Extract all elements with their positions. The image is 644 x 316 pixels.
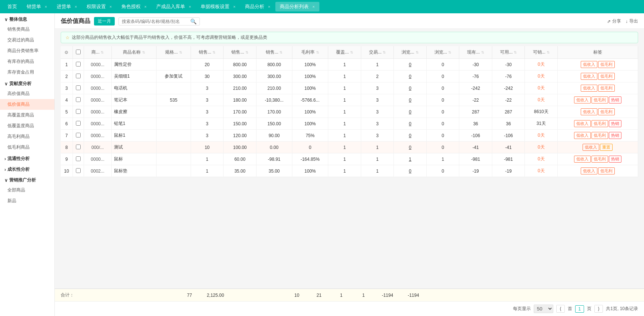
sidebar-item-category-rate[interactable]: 商品分类销售率 <box>0 45 54 56</box>
row-checkbox[interactable] <box>76 133 81 137</box>
row-browse1[interactable]: 0 <box>394 59 427 71</box>
row-browse1[interactable]: 0 <box>394 71 427 82</box>
row-cover: 1 <box>328 142 361 153</box>
nav-purchase-close[interactable]: × <box>75 4 77 9</box>
browse-link[interactable]: 0 <box>409 74 412 79</box>
row-browse1[interactable]: 0 <box>394 94 427 106</box>
row-browse1[interactable]: 0 <box>394 130 427 142</box>
row-browse1[interactable]: 0 <box>394 118 427 130</box>
nav-roles[interactable]: 角色授权 × <box>117 2 151 11</box>
nav-product-entry[interactable]: 产成品入库单 × <box>152 2 195 11</box>
table-row: 6 0000... 铅笔1 3 150.00 150.00 100% 1 3 0… <box>61 118 638 130</box>
row-checkbox[interactable] <box>76 97 81 102</box>
row-checkbox[interactable] <box>76 121 81 126</box>
nav-product-entry-close[interactable]: × <box>189 4 191 9</box>
col-stock-avail[interactable]: 可用... ⇅ <box>492 46 525 59</box>
content-header: 低价值商品 近一月 🔍 ⇗ 分享 ↓ 导出 <box>55 13 644 29</box>
nav-product-analysis[interactable]: 商品分析 × <box>241 2 275 11</box>
col-gross-rate[interactable]: 毛利率 ⇅ <box>292 46 328 59</box>
row-checkbox[interactable] <box>76 109 81 114</box>
col-stock-sale[interactable]: 可销... ⇅ <box>525 46 558 59</box>
row-checkbox[interactable] <box>76 62 81 67</box>
col-browse1[interactable]: 浏览... ⇅ <box>394 46 427 59</box>
col-coverage[interactable]: 覆盖... ⇅ <box>328 46 361 59</box>
col-spec[interactable]: 规格... ⇅ <box>157 46 191 59</box>
tag-label: 低毛利 <box>598 73 615 80</box>
nav-sales[interactable]: 销货单 × <box>22 2 51 11</box>
col-code[interactable]: 商... ⇅ <box>84 46 111 59</box>
sidebar-item-inventory-capital[interactable]: 库存资金占用 <box>0 67 54 78</box>
col-browse2[interactable]: 浏览... ⇅ <box>426 46 459 59</box>
first-page-btn[interactable]: ⟨ <box>556 305 565 313</box>
nav-permissions[interactable]: 权限设置 × <box>82 2 116 11</box>
sidebar-item-high-coverage[interactable]: 高覆盖度商品 <box>0 110 54 120</box>
browse-link[interactable]: 0 <box>409 133 412 138</box>
browse-link[interactable]: 0 <box>409 98 412 103</box>
share-button[interactable]: ⇗ 分享 <box>607 18 621 24</box>
nav-product-list-close[interactable]: × <box>312 4 315 9</box>
nav-template-close[interactable]: × <box>233 4 235 9</box>
row-checkbox[interactable] <box>76 145 81 149</box>
nav-template[interactable]: 单据模板设置 × <box>196 2 240 11</box>
col-stock-current[interactable]: 现有... ⇅ <box>459 46 492 59</box>
browse-link[interactable]: 0 <box>409 62 412 67</box>
row-browse1[interactable]: 1 <box>394 153 427 165</box>
per-page-select[interactable]: 50 100 <box>534 305 553 313</box>
col-sale-qty[interactable]: 销售... ⇅ <box>191 46 224 59</box>
gear-icon[interactable]: ⚙ <box>64 50 68 55</box>
col-sale-profit[interactable]: 销售... ⇅ <box>256 46 292 59</box>
nav-purchase[interactable]: 进货单 × <box>52 2 81 11</box>
row-checkbox[interactable] <box>76 74 81 78</box>
row-checkbox[interactable] <box>76 156 81 161</box>
browse-link[interactable]: 0 <box>409 109 412 115</box>
col-gear[interactable]: ⚙ <box>61 46 73 59</box>
group-growth[interactable]: › 成长性分析 <box>0 163 54 174</box>
row-browse1[interactable]: 0 <box>394 82 427 94</box>
nav-product-analysis-close[interactable]: × <box>268 4 270 9</box>
row-trade: 1 <box>361 165 394 177</box>
browse-link[interactable]: 1 <box>409 157 412 162</box>
search-input[interactable] <box>122 19 190 24</box>
nav-permissions-close[interactable]: × <box>110 4 112 9</box>
browse-link[interactable]: 0 <box>409 86 412 91</box>
browse-link[interactable]: 0 <box>409 145 412 150</box>
col-sale-amt[interactable]: 销售... ⇅ <box>224 46 256 59</box>
sidebar-item-low-coverage[interactable]: 低覆盖度商品 <box>0 120 54 131</box>
row-checkbox[interactable] <box>76 168 81 173</box>
col-trade[interactable]: 交易... ⇅ <box>361 46 394 59</box>
sidebar-item-sales-goods[interactable]: 销售类商品 <box>0 24 54 35</box>
sidebar-item-low-margin[interactable]: 低毛利商品 <box>0 142 54 153</box>
row-browse1[interactable]: 0 <box>394 142 427 153</box>
time-filter-button[interactable]: 近一月 <box>94 17 115 26</box>
browse-link[interactable]: 0 <box>409 169 412 174</box>
tag-label: 低毛利 <box>591 132 608 139</box>
sidebar-item-all-goods[interactable]: 全部商品 <box>0 185 54 196</box>
group-overview[interactable]: ∨ 整体信息 <box>0 13 54 24</box>
export-button[interactable]: ↓ 导出 <box>625 18 638 24</box>
sidebar-item-low-value[interactable]: 低价值商品 <box>0 99 54 110</box>
nav-product-list[interactable]: 商品分析列表 × <box>275 2 319 11</box>
sidebar-item-high-margin[interactable]: 高毛利商品 <box>0 131 54 142</box>
nav-sales-close[interactable]: × <box>45 4 47 9</box>
sidebar-item-stock-goods[interactable]: 有库存的商品 <box>0 56 54 67</box>
sidebar-item-traded-goods[interactable]: 交易过的商品 <box>0 35 54 45</box>
group-circulation[interactable]: › 流通性分析 <box>0 153 54 163</box>
table-container[interactable]: ⚙ 商... ⇅ 商品名称 ⇅ 规格... ⇅ 销售... ⇅ 销售... ⇅ … <box>55 46 644 288</box>
row-browse1[interactable]: 0 <box>394 165 427 177</box>
col-name[interactable]: 商品名称 ⇅ <box>111 46 156 59</box>
search-icon[interactable]: 🔍 <box>190 18 197 24</box>
nav-home[interactable]: 首页 <box>3 2 21 11</box>
sidebar-item-high-value[interactable]: 高价值商品 <box>0 88 54 99</box>
row-stock2: -22 <box>492 94 525 106</box>
row-tags: 低收入低毛利热销 <box>557 118 638 130</box>
sidebar-item-new-goods[interactable]: 新品 <box>0 196 54 206</box>
group-marketing[interactable]: ∨ 营销推广分析 <box>0 174 54 185</box>
group-contribution[interactable]: ∨ 贡献度分析 <box>0 78 54 88</box>
select-all-checkbox[interactable] <box>76 50 81 54</box>
browse-link[interactable]: 0 <box>409 121 412 126</box>
nav-roles-close[interactable]: × <box>144 4 147 9</box>
row-browse1[interactable]: 0 <box>394 106 427 118</box>
next-page-btn[interactable]: ⟩ <box>594 305 603 313</box>
row-checkbox[interactable] <box>76 85 81 90</box>
page-title: 低价值商品 <box>61 17 90 25</box>
